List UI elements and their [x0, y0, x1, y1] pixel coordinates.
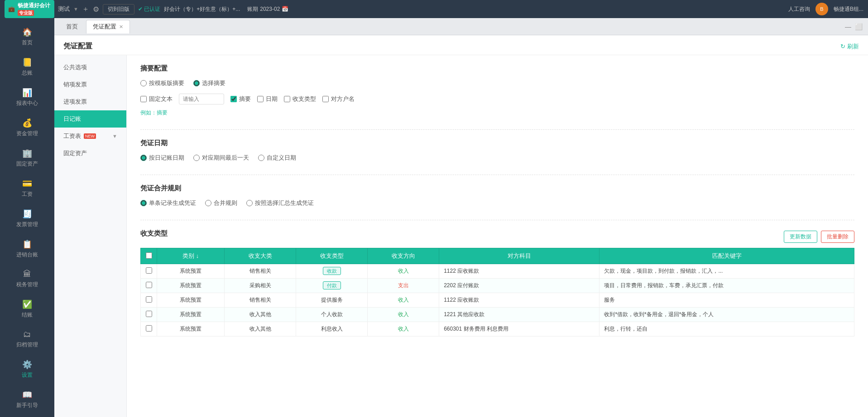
nav-item-sales[interactable]: 销项发票 — [54, 76, 126, 93]
update-data-button[interactable]: 更新数据 — [784, 231, 817, 243]
checkbox-fixed-text[interactable]: 固定文本 — [140, 95, 173, 103]
radio-by-selection[interactable]: 按照选择汇总生成凭证 — [246, 199, 314, 207]
radio-select-input[interactable] — [193, 80, 200, 86]
sidebar-item-assets[interactable]: 🏢固定资产 — [0, 143, 54, 173]
sidebar-label-reports: 报表中心 — [16, 100, 38, 107]
radio-journal-date-input[interactable] — [140, 155, 147, 161]
counterparty-checkbox[interactable] — [322, 96, 329, 102]
company-dropdown-icon[interactable]: ▼ — [73, 6, 78, 12]
radio-custom-date[interactable]: 自定义日期 — [258, 154, 296, 162]
radio-by-select[interactable]: 选择摘要 — [193, 79, 225, 87]
table-row: 系统预置 收入其他 个人收款 收入 1221 其他应收款 收到*借款，收到*备用… — [141, 308, 854, 322]
radio-custom-date-input[interactable] — [258, 155, 264, 161]
tab-voucher-config[interactable]: 凭证配置 ✕ — [86, 20, 130, 33]
sidebar-item-member[interactable]: ⭐畅会员 — [0, 415, 54, 417]
nav-item-payroll[interactable]: 工资表 NEW ▼ — [54, 128, 126, 145]
radio-journal-date[interactable]: 按日记账日期 — [140, 154, 184, 162]
sidebar-item-funds[interactable]: 💰资金管理 — [0, 113, 54, 143]
pay-type-text: 利息收入 — [321, 326, 343, 332]
pay-type-checkbox[interactable] — [284, 96, 290, 102]
sidebar-item-settle[interactable]: ✅结账 — [0, 294, 54, 324]
consult-link[interactable]: 人工咨询 — [788, 5, 810, 13]
sidebar-item-home[interactable]: 🏠首页 — [0, 22, 54, 52]
sidebar-label-ledger: 总账 — [22, 69, 33, 77]
radio-journal-date-label: 按日记账日期 — [149, 154, 184, 162]
td-category: 系统预置 — [157, 308, 225, 322]
th-direction: 收支方向 — [368, 248, 439, 264]
td-direction: 收入 — [368, 322, 439, 336]
tabs-bar: 首页 凭证配置 ✕ — ⬜ — [54, 18, 868, 35]
page-content: 凭证配置 ↻ 刷新 公共选项 销项发票 进项发票 — [54, 35, 868, 417]
fixed-text-checkbox[interactable] — [140, 96, 147, 102]
avatar[interactable]: B — [815, 3, 828, 15]
checkbox-date[interactable]: 日期 — [257, 95, 278, 103]
row-checkbox-3[interactable] — [146, 311, 152, 317]
td-counter-subject: 1122 应收账款 — [439, 264, 599, 279]
radio-by-selection-input[interactable] — [246, 200, 253, 206]
date-checkbox[interactable] — [257, 96, 264, 102]
radio-period-last[interactable]: 对应期间最后一天 — [193, 154, 249, 162]
nav-item-public[interactable]: 公共选项 — [54, 59, 126, 76]
nav-item-purchase-inv[interactable]: 进项发票 — [54, 93, 126, 110]
tab-home[interactable]: 首页 — [60, 20, 84, 33]
th-checkbox[interactable] — [141, 248, 157, 264]
sidebar-label-home: 首页 — [22, 39, 33, 47]
sidebar-item-guide[interactable]: 📖新手引导 — [0, 384, 54, 415]
radio-single-record-input[interactable] — [140, 200, 147, 206]
sidebar-icon-tax: 🏛 — [23, 270, 31, 279]
fixed-text-input[interactable] — [179, 94, 224, 104]
nav-item-journal[interactable]: 日记账 — [54, 110, 126, 128]
sidebar-label-salary: 工资 — [22, 190, 33, 198]
sidebar-label-tax: 税务管理 — [16, 281, 38, 289]
sidebar-item-purchase[interactable]: 📋进销台账 — [0, 234, 54, 264]
calendar-icon[interactable]: 📅 — [282, 6, 288, 12]
row-checkbox-0[interactable] — [146, 267, 152, 274]
voucher-merge-section: 凭证合并规则 单条记录生成凭证 合并规则 — [140, 184, 854, 207]
row-checkbox-1[interactable] — [146, 282, 152, 288]
settings-icon[interactable]: ⚙ — [93, 5, 99, 14]
period-label: 账期 2023-02 📅 — [247, 5, 288, 13]
switch-version-button[interactable]: 切到旧版 — [103, 4, 134, 14]
checkbox-counterparty[interactable]: 对方户名 — [322, 95, 355, 103]
select-all-checkbox[interactable] — [146, 252, 152, 259]
radio-merge-rule[interactable]: 合并规则 — [205, 199, 237, 207]
radio-template-input[interactable] — [140, 80, 147, 86]
td-checkbox[interactable] — [141, 308, 157, 322]
td-counter-subject: 2202 应付账款 — [439, 279, 599, 293]
table-row: 系统预置 收入其他 利息收入 收入 660301 财务费用 利息费用 利息，行转… — [141, 322, 854, 336]
sidebar-item-invoices[interactable]: 🧾发票管理 — [0, 204, 54, 234]
add-icon[interactable]: ＋ — [82, 5, 89, 14]
close-tab-icon[interactable]: ✕ — [119, 24, 123, 30]
pay-type-label: 收支类型 — [293, 95, 316, 103]
minimize-button[interactable]: — — [845, 23, 851, 30]
radio-period-last-input[interactable] — [193, 155, 200, 161]
summary-checkbox[interactable] — [230, 96, 237, 102]
maximize-button[interactable]: ⬜ — [855, 23, 863, 30]
sidebar-item-salary[interactable]: 💳工资 — [0, 173, 54, 204]
edition-tags: 好会计（专）+好生意（标）+... — [164, 5, 240, 13]
td-checkbox[interactable] — [141, 322, 157, 336]
row-checkbox-2[interactable] — [146, 296, 152, 303]
sidebar-item-settings[interactable]: ⚙️设置 — [0, 354, 54, 384]
td-counter-subject: 660301 财务费用 利息费用 — [439, 322, 599, 336]
sidebar-item-ledger[interactable]: 📒总账 — [0, 52, 54, 82]
summary-radio-group: 按模板版摘要 选择摘要 — [140, 79, 854, 87]
current-company[interactable]: 测试 — [58, 5, 70, 13]
radio-by-template[interactable]: 按模板版摘要 — [140, 79, 184, 87]
sidebar-item-reports[interactable]: 📊报表中心 — [0, 82, 54, 113]
sidebar-item-archive[interactable]: 🗂归档管理 — [0, 324, 54, 354]
refresh-button[interactable]: ↻ 刷新 — [840, 43, 859, 51]
batch-delete-button[interactable]: 批量删除 — [821, 231, 854, 243]
checkbox-summary[interactable]: 摘要 — [230, 95, 251, 103]
row-checkbox-4[interactable] — [146, 325, 152, 332]
radio-single-record[interactable]: 单条记录生成凭证 — [140, 199, 196, 207]
td-checkbox[interactable] — [141, 279, 157, 293]
td-checkbox[interactable] — [141, 264, 157, 279]
checkbox-pay-type[interactable]: 收支类型 — [284, 95, 316, 103]
radio-merge-rule-input[interactable] — [205, 200, 211, 206]
nav-item-fixed-assets[interactable]: 固定资产 — [54, 145, 126, 162]
sidebar-item-tax[interactable]: 🏛税务管理 — [0, 264, 54, 294]
td-checkbox[interactable] — [141, 293, 157, 308]
topbar-right: 人工咨询 B 畅捷通B组... — [788, 3, 863, 15]
logo-icon: 💼 — [8, 6, 15, 12]
